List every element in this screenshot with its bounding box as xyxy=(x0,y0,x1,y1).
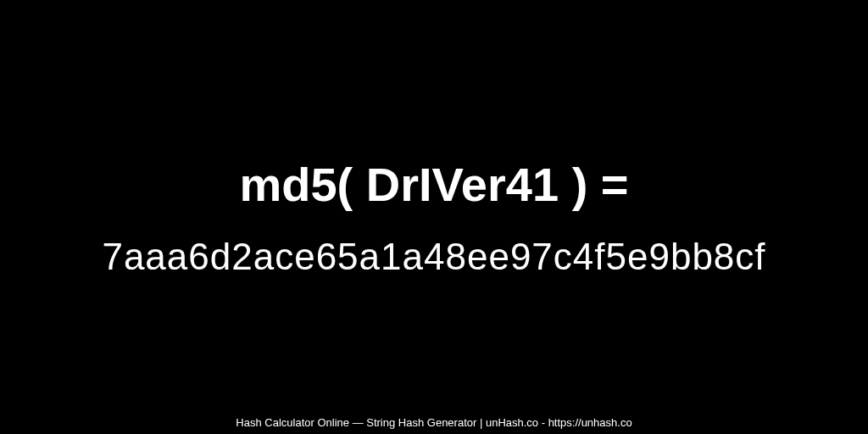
hash-content: md5( DrIVer41 ) = 7aaa6d2ace65a1a48ee97c… xyxy=(102,0,765,434)
hash-expression: md5( DrIVer41 ) = xyxy=(239,157,628,212)
footer-text: Hash Calculator Online — String Hash Gen… xyxy=(0,416,868,429)
hash-result: 7aaa6d2ace65a1a48ee97c4f5e9bb8cf xyxy=(102,236,765,278)
